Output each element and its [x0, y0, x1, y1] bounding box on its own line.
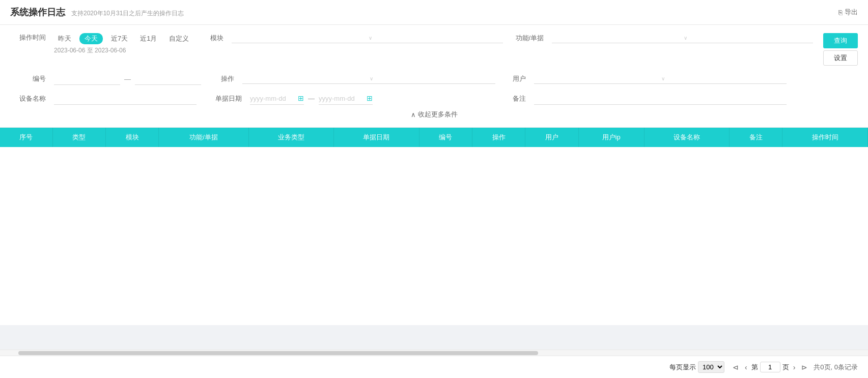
- operation-chevron-icon: ∨: [370, 76, 495, 81]
- col-sequence: 序号: [0, 128, 52, 147]
- calendar-from-icon[interactable]: ⊞: [298, 94, 304, 102]
- table-header: 序号 类型 模块 功能/单据 业务类型 单据日期 编号 操作 用户 用户ip 设…: [0, 128, 868, 147]
- col-type: 类型: [52, 128, 105, 147]
- collapse-label: 收起更多条件: [418, 110, 458, 119]
- col-operation: 操作: [472, 128, 525, 147]
- remark-input[interactable]: [534, 93, 787, 105]
- col-module: 模块: [106, 128, 159, 147]
- settings-button[interactable]: 设置: [823, 50, 858, 66]
- col-doc-date: 单据日期: [334, 128, 419, 147]
- number-to-input[interactable]: [135, 73, 201, 85]
- time-btn-7days[interactable]: 近7天: [107, 33, 132, 44]
- date-separator: —: [308, 95, 315, 102]
- col-user-ip: 用户ip: [578, 128, 644, 147]
- operation-select[interactable]: ∨: [242, 74, 495, 84]
- date-from-wrap: ⊞: [250, 92, 304, 105]
- col-user: 用户: [525, 128, 578, 147]
- time-btn-today[interactable]: 今天: [79, 33, 103, 44]
- export-button[interactable]: ⎘ 导出: [838, 8, 858, 17]
- time-btn-yesterday[interactable]: 昨天: [54, 33, 75, 44]
- header-left: 系统操作日志 支持2020年10月31日之后产生的操作日志: [10, 6, 184, 18]
- col-number: 编号: [419, 128, 472, 147]
- time-label: 操作时间: [10, 33, 46, 42]
- col-biz-type: 业务类型: [248, 128, 333, 147]
- module-select[interactable]: ∨: [232, 33, 503, 43]
- number-from-input[interactable]: [54, 73, 120, 85]
- first-page-button[interactable]: ⊲: [731, 362, 741, 372]
- col-remark: 备注: [730, 128, 782, 147]
- page-suffix: 页: [782, 363, 789, 372]
- page-nav: ⊲ ‹ 第 页 › ⊳: [731, 362, 809, 372]
- time-range: 2023-06-06 至 2023-06-06: [54, 46, 193, 55]
- prev-page-button[interactable]: ‹: [743, 362, 749, 372]
- table-container[interactable]: 序号 类型 模块 功能/单据 业务类型 单据日期 编号 操作 用户 用户ip 设…: [0, 128, 868, 350]
- page-subtitle: 支持2020年10月31日之后产生的操作日志: [71, 9, 184, 18]
- remark-label: 备注: [506, 94, 526, 103]
- module-chevron-icon: ∨: [369, 35, 503, 41]
- table-header-row: 序号 类型 模块 功能/单据 业务类型 单据日期 编号 操作 用户 用户ip 设…: [0, 128, 868, 147]
- date-to-input[interactable]: [319, 95, 365, 102]
- export-icon: ⎘: [838, 9, 843, 16]
- function-chevron-icon: ∨: [684, 35, 813, 41]
- col-device: 设备名称: [644, 128, 729, 147]
- filter-area: 操作时间 昨天 今天 近7天 近1月 自定义 2023-06-06 至 2023…: [0, 25, 868, 128]
- page-header: 系统操作日志 支持2020年10月31日之后产生的操作日志 ⎘ 导出: [0, 0, 868, 25]
- device-input[interactable]: [54, 93, 197, 105]
- page-number-input[interactable]: [760, 362, 780, 372]
- collapse-row: ∧ 收起更多条件: [10, 110, 858, 119]
- scroll-bar-area[interactable]: [0, 350, 868, 356]
- export-label: 导出: [845, 8, 858, 17]
- time-btn-custom[interactable]: 自定义: [165, 33, 193, 44]
- number-label: 编号: [10, 74, 46, 83]
- date-to-wrap: ⊞: [319, 92, 373, 105]
- scroll-thumb[interactable]: [18, 351, 538, 355]
- collapse-button[interactable]: ∧ 收起更多条件: [411, 110, 458, 119]
- calendar-to-icon[interactable]: ⊞: [367, 94, 373, 102]
- time-section: 昨天 今天 近7天 近1月 自定义 2023-06-06 至 2023-06-0…: [54, 33, 193, 55]
- main-content: 序号 类型 模块 功能/单据 业务类型 单据日期 编号 操作 用户 用户ip 设…: [0, 128, 868, 378]
- empty-area: [0, 147, 868, 325]
- query-button[interactable]: 查询: [823, 33, 858, 48]
- device-label: 设备名称: [10, 94, 46, 103]
- user-chevron-icon: ∨: [661, 76, 787, 81]
- function-label: 功能/单据: [513, 34, 544, 43]
- module-label: 模块: [203, 34, 223, 43]
- time-buttons: 昨天 今天 近7天 近1月 自定义: [54, 33, 193, 44]
- operation-label: 操作: [214, 74, 234, 83]
- function-select[interactable]: ∨: [552, 33, 813, 43]
- total-label: 共0页, 0条记录: [814, 363, 858, 372]
- per-page-label: 每页显示: [669, 363, 696, 372]
- col-function: 功能/单据: [159, 128, 248, 147]
- page-label: 第: [751, 363, 758, 372]
- per-page-select[interactable]: 100 50 200: [698, 361, 724, 373]
- collapse-arrow-icon: ∧: [411, 111, 416, 119]
- pagination-bar: 每页显示 100 50 200 ⊲ ‹ 第 页 › ⊳ 共0页, 0条记录: [0, 356, 868, 378]
- page-size-section: 每页显示 100 50 200: [669, 361, 726, 373]
- page-title: 系统操作日志: [10, 6, 65, 18]
- date-from-input[interactable]: [250, 95, 296, 102]
- data-table: 序号 类型 模块 功能/单据 业务类型 单据日期 编号 操作 用户 用户ip 设…: [0, 128, 868, 147]
- number-separator: —: [124, 75, 131, 83]
- last-page-button[interactable]: ⊳: [799, 362, 809, 372]
- doc-date-label: 单据日期: [214, 94, 242, 103]
- time-btn-1month[interactable]: 近1月: [136, 33, 161, 44]
- next-page-button[interactable]: ›: [791, 362, 798, 372]
- action-buttons: 查询 设置: [823, 33, 858, 66]
- col-op-time: 操作时间: [782, 128, 868, 147]
- user-select[interactable]: ∨: [534, 74, 787, 84]
- user-label: 用户: [506, 74, 526, 83]
